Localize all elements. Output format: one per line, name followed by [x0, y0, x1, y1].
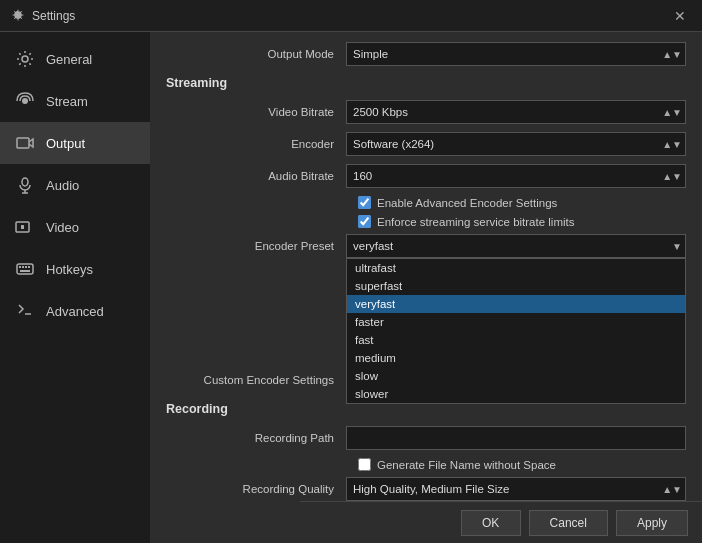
svg-rect-3 — [17, 138, 29, 148]
title-bar-left: Settings — [10, 8, 75, 24]
main-container: General Stream Output — [0, 32, 702, 543]
svg-point-4 — [22, 178, 28, 186]
svg-rect-11 — [22, 266, 24, 268]
video-bitrate-wrapper: 2500 Kbps ▲▼ — [346, 100, 686, 124]
bottom-bar: OK Cancel Apply — [300, 501, 702, 543]
encoder-preset-label: Encoder Preset — [166, 240, 346, 252]
video-label: Video — [46, 220, 79, 235]
audio-icon — [14, 174, 36, 196]
content-area: Output Mode Simple Advanced ▲▼ Streaming… — [150, 32, 702, 501]
output-mode-row: Output Mode Simple Advanced ▲▼ — [166, 42, 686, 66]
sidebar-item-general[interactable]: General — [0, 38, 150, 80]
sidebar-item-advanced[interactable]: Advanced — [0, 290, 150, 332]
svg-point-1 — [22, 56, 28, 62]
encoder-select[interactable]: Software (x264) Hardware (QSV) — [346, 132, 686, 156]
video-bitrate-select[interactable]: 2500 Kbps — [346, 100, 686, 124]
encoder-preset-select[interactable]: veryfast — [346, 234, 686, 258]
stream-icon — [14, 90, 36, 112]
dropdown-item-veryfast[interactable]: veryfast — [347, 295, 685, 313]
svg-rect-12 — [25, 266, 27, 268]
encoder-wrapper: Software (x264) Hardware (QSV) ▲▼ — [346, 132, 686, 156]
audio-bitrate-label: Audio Bitrate — [166, 170, 346, 182]
advanced-encoder-label: Enable Advanced Encoder Settings — [377, 197, 557, 209]
dropdown-item-ultrafast[interactable]: ultrafast — [347, 259, 685, 277]
advanced-encoder-checkbox[interactable] — [358, 196, 371, 209]
recording-quality-row: Recording Quality High Quality, Medium F… — [166, 477, 686, 501]
sidebar-item-audio[interactable]: Audio — [0, 164, 150, 206]
encoder-preset-dropdown: ultrafast superfast veryfast faster fast… — [346, 258, 686, 404]
generate-filename-row: Generate File Name without Space — [166, 458, 686, 471]
dropdown-item-superfast[interactable]: superfast — [347, 277, 685, 295]
encoder-row: Encoder Software (x264) Hardware (QSV) ▲… — [166, 132, 686, 156]
video-bitrate-control: 2500 Kbps ▲▼ — [346, 100, 686, 124]
video-bitrate-row: Video Bitrate 2500 Kbps ▲▼ — [166, 100, 686, 124]
encoder-label: Encoder — [166, 138, 346, 150]
recording-quality-wrapper: High Quality, Medium File Size ▲▼ — [346, 477, 686, 501]
streaming-section-header: Streaming — [166, 74, 686, 92]
cancel-button[interactable]: Cancel — [529, 510, 608, 536]
dropdown-item-fast[interactable]: fast — [347, 331, 685, 349]
advanced-encoder-row: Enable Advanced Encoder Settings — [166, 196, 686, 209]
dropdown-item-slower[interactable]: slower — [347, 385, 685, 403]
video-icon — [14, 216, 36, 238]
title-bar: Settings ✕ — [0, 0, 702, 32]
enforce-bitrate-label: Enforce streaming service bitrate limits — [377, 216, 574, 228]
audio-bitrate-select[interactable]: 160 128 192 320 — [346, 164, 686, 188]
enforce-bitrate-row: Enforce streaming service bitrate limits — [166, 215, 686, 228]
encoder-control: Software (x264) Hardware (QSV) ▲▼ — [346, 132, 686, 156]
audio-bitrate-control: 160 128 192 320 ▲▼ — [346, 164, 686, 188]
ok-button[interactable]: OK — [461, 510, 521, 536]
output-mode-label: Output Mode — [166, 48, 346, 60]
recording-quality-select[interactable]: High Quality, Medium File Size — [346, 477, 686, 501]
audio-bitrate-wrapper: 160 128 192 320 ▲▼ — [346, 164, 686, 188]
audio-bitrate-row: Audio Bitrate 160 128 192 320 ▲▼ — [166, 164, 686, 188]
recording-quality-control: High Quality, Medium File Size ▲▼ — [346, 477, 686, 501]
video-bitrate-label: Video Bitrate — [166, 106, 346, 118]
general-icon — [14, 48, 36, 70]
output-mode-control: Simple Advanced ▲▼ — [346, 42, 686, 66]
apply-button[interactable]: Apply — [616, 510, 688, 536]
svg-point-2 — [22, 98, 28, 104]
recording-path-label: Recording Path — [166, 432, 346, 444]
general-label: General — [46, 52, 92, 67]
svg-rect-10 — [19, 266, 21, 268]
sidebar: General Stream Output — [0, 32, 150, 543]
close-button[interactable]: ✕ — [668, 4, 692, 28]
sidebar-item-video[interactable]: Video — [0, 206, 150, 248]
svg-rect-9 — [17, 264, 33, 274]
encoder-preset-control: veryfast ▼ ultrafast superfast veryfast … — [346, 234, 686, 258]
hotkeys-icon — [14, 258, 36, 280]
output-label: Output — [46, 136, 85, 151]
advanced-icon — [14, 300, 36, 322]
generate-filename-checkbox[interactable] — [358, 458, 371, 471]
settings-icon — [10, 8, 26, 24]
stream-label: Stream — [46, 94, 88, 109]
hotkeys-label: Hotkeys — [46, 262, 93, 277]
recording-path-row: Recording Path — [166, 426, 686, 450]
recording-quality-label: Recording Quality — [166, 483, 346, 495]
generate-filename-label: Generate File Name without Space — [377, 459, 556, 471]
custom-encoder-label: Custom Encoder Settings — [166, 374, 346, 386]
dropdown-item-slow[interactable]: slow — [347, 367, 685, 385]
svg-rect-8 — [21, 225, 24, 229]
recording-path-control — [346, 426, 686, 450]
sidebar-item-output[interactable]: Output — [0, 122, 150, 164]
output-mode-select[interactable]: Simple Advanced — [346, 42, 686, 66]
dropdown-item-medium[interactable]: medium — [347, 349, 685, 367]
encoder-preset-row: Encoder Preset veryfast ▼ ultrafast supe… — [166, 234, 686, 258]
enforce-bitrate-checkbox[interactable] — [358, 215, 371, 228]
sidebar-item-hotkeys[interactable]: Hotkeys — [0, 248, 150, 290]
svg-rect-13 — [28, 266, 30, 268]
output-icon — [14, 132, 36, 154]
dropdown-item-faster[interactable]: faster — [347, 313, 685, 331]
svg-rect-14 — [20, 270, 30, 272]
output-mode-wrapper: Simple Advanced ▲▼ — [346, 42, 686, 66]
encoder-preset-wrapper: veryfast ▼ — [346, 234, 686, 258]
sidebar-item-stream[interactable]: Stream — [0, 80, 150, 122]
recording-path-input[interactable] — [346, 426, 686, 450]
advanced-label: Advanced — [46, 304, 104, 319]
window-title: Settings — [32, 9, 75, 23]
audio-label: Audio — [46, 178, 79, 193]
